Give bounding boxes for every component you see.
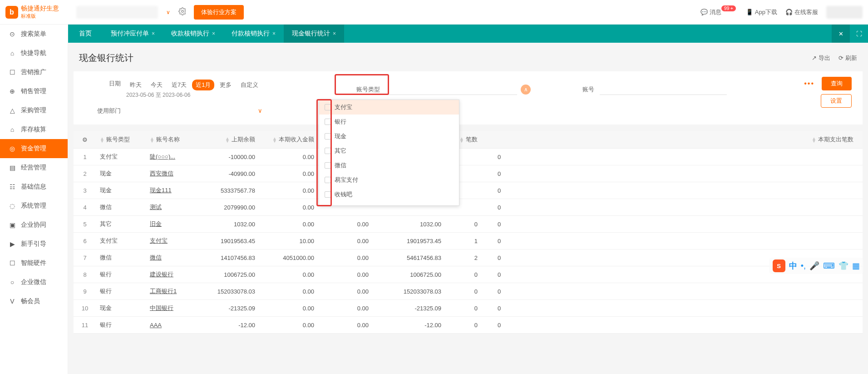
sidebar-item-12[interactable]: ☐智能硬件: [0, 254, 68, 273]
dept-select[interactable]: ∨: [126, 105, 262, 116]
ime-mic-icon[interactable]: 🎤: [809, 261, 819, 271]
ime-toolbox-icon[interactable]: ▦: [852, 261, 860, 271]
sidebar-item-10[interactable]: ▣企业协同: [0, 215, 68, 234]
more-filters-button[interactable]: •••: [804, 80, 814, 88]
checkbox[interactable]: [325, 191, 331, 198]
dropdown-item-6[interactable]: 收钱吧: [319, 187, 459, 202]
account-name-link[interactable]: 测试: [150, 204, 162, 210]
dropdown-item-1[interactable]: 银行: [319, 115, 459, 129]
tab-2[interactable]: 收款核销执行×: [163, 25, 223, 43]
date-chip-5[interactable]: 自定义: [237, 80, 262, 90]
sidebar-item-2[interactable]: ☐营销推广: [0, 63, 68, 82]
dropdown-item-7[interactable]: 长沙银行: [319, 202, 459, 205]
cell-prev: 1006725.00: [205, 266, 264, 283]
account-name-link[interactable]: 微信: [150, 254, 162, 261]
column-header-1[interactable]: ▲▼账号类型: [96, 131, 146, 149]
logo[interactable]: b 畅捷通好生意 标准版: [5, 5, 69, 20]
date-chip-0[interactable]: 昨天: [126, 80, 145, 90]
tab-close-all-button[interactable]: ✕: [832, 25, 850, 43]
account-type-input[interactable]: [385, 84, 517, 95]
column-header-4[interactable]: ▲▼本期收入金额: [264, 131, 323, 149]
account-name-link[interactable]: 现金111: [150, 187, 172, 194]
checkbox[interactable]: [325, 133, 331, 140]
account-input[interactable]: [600, 84, 727, 95]
checkbox[interactable]: [325, 104, 331, 110]
settings-button[interactable]: 设置: [821, 94, 852, 108]
tab-3[interactable]: 付款核销执行×: [223, 25, 284, 43]
sidebar-item-14[interactable]: V畅会员: [0, 292, 68, 311]
row-index: 6: [74, 233, 96, 249]
account-name-link[interactable]: 旧金: [150, 220, 162, 227]
checkbox[interactable]: [325, 119, 331, 125]
tab-close-icon[interactable]: ×: [152, 30, 155, 37]
column-header-3[interactable]: ▲▼上期余额: [205, 131, 264, 149]
dropdown-item-0[interactable]: 支付宝: [319, 100, 459, 115]
sidebar-item-9[interactable]: ◌系统管理: [0, 196, 68, 215]
date-chip-4[interactable]: 更多: [216, 80, 235, 90]
checkbox[interactable]: [325, 148, 331, 154]
online-service-link[interactable]: 🎧 在线客服: [785, 8, 818, 16]
dropdown-item-2[interactable]: 现金: [319, 129, 459, 144]
account-name-link[interactable]: 支付宝: [150, 237, 168, 244]
ime-comma-icon[interactable]: •,: [801, 261, 806, 271]
tab-1[interactable]: 预付冲应付单×: [103, 25, 163, 43]
sort-icon[interactable]: ▲▼: [225, 137, 230, 143]
account-name-link[interactable]: 西安微信: [150, 170, 173, 177]
date-chip-1[interactable]: 今天: [147, 80, 166, 90]
tab-close-icon[interactable]: ×: [212, 30, 215, 37]
sidebar-item-0[interactable]: ⊙搜索菜单: [0, 25, 68, 44]
ime-skin-icon[interactable]: 👕: [838, 261, 848, 271]
messages-link[interactable]: 💬 消息 99 +: [700, 8, 738, 16]
checkbox[interactable]: [325, 162, 331, 169]
gear-icon[interactable]: [178, 7, 187, 17]
dropdown-item-4[interactable]: 微信: [319, 158, 459, 173]
tab-fullscreen-button[interactable]: ⛶: [850, 25, 868, 43]
account-name-link[interactable]: AAA: [150, 322, 162, 329]
query-button[interactable]: 查询: [822, 77, 852, 90]
org-name-blurred[interactable]: [76, 6, 158, 19]
user-avatar-blurred[interactable]: [826, 6, 863, 19]
date-chip-2[interactable]: 近7天: [168, 80, 190, 90]
refresh-button[interactable]: ⟳ 刷新: [838, 54, 857, 62]
app-download-link[interactable]: 📱 App下载: [746, 8, 777, 16]
date-chip-3[interactable]: 近1月: [192, 80, 214, 90]
dropdown-item-3[interactable]: 其它: [319, 144, 459, 158]
sort-icon[interactable]: ▲▼: [459, 137, 464, 143]
column-header-0[interactable]: ⚙: [74, 131, 96, 149]
sort-icon[interactable]: ▲▼: [100, 137, 104, 143]
account-name-link[interactable]: 工商银行1: [150, 288, 177, 294]
sort-icon[interactable]: ▲▼: [272, 137, 277, 143]
ime-logo-icon[interactable]: S: [773, 259, 785, 272]
ime-keyboard-icon[interactable]: ⌨: [823, 261, 835, 271]
sort-icon[interactable]: ▲▼: [150, 137, 154, 143]
export-button[interactable]: ↗ 导出: [812, 54, 830, 62]
sidebar-item-3[interactable]: ⊕销售管理: [0, 82, 68, 101]
sidebar-item-1[interactable]: ⌂快捷导航: [0, 44, 68, 63]
sidebar-item-7[interactable]: ▤经营管理: [0, 158, 68, 177]
sort-icon[interactable]: ▲▼: [812, 137, 816, 143]
sidebar-item-4[interactable]: △采购管理: [0, 101, 68, 120]
account-name-link[interactable]: 建设银行: [150, 271, 173, 278]
tab-4[interactable]: 现金银行统计×: [284, 25, 344, 43]
dropdown-item-5[interactable]: 易宝支付: [319, 173, 459, 187]
sidebar-item-11[interactable]: ▶新手引导: [0, 234, 68, 254]
tab-0[interactable]: 首页: [68, 25, 103, 43]
cell-cnt1: 0: [450, 216, 487, 233]
sidebar-icon: ☐: [8, 68, 16, 76]
sidebar-item-8[interactable]: ☷基础信息: [0, 177, 68, 196]
solution-button[interactable]: 体验行业方案: [194, 5, 244, 20]
tab-close-icon[interactable]: ×: [333, 30, 336, 37]
table-gear-icon[interactable]: ⚙: [82, 136, 88, 143]
column-header-8[interactable]: ▲▼本期支出笔数: [487, 131, 863, 149]
column-header-2[interactable]: ▲▼账号名称: [146, 131, 205, 149]
account-name-link[interactable]: 中国银行: [150, 304, 173, 311]
sidebar-item-5[interactable]: ⌂库存核算: [0, 120, 68, 139]
checkbox[interactable]: [325, 177, 331, 183]
account-name-link[interactable]: 陡(○○○)...: [150, 153, 175, 160]
tab-close-icon[interactable]: ×: [272, 30, 276, 37]
ime-lang-button[interactable]: 中: [789, 260, 797, 271]
collapse-filters-button[interactable]: ∧: [521, 85, 531, 95]
sidebar-item-6[interactable]: ◎资金管理: [0, 139, 68, 158]
org-dropdown-caret[interactable]: ∨: [166, 9, 170, 15]
sidebar-item-13[interactable]: ○企业微信: [0, 273, 68, 292]
